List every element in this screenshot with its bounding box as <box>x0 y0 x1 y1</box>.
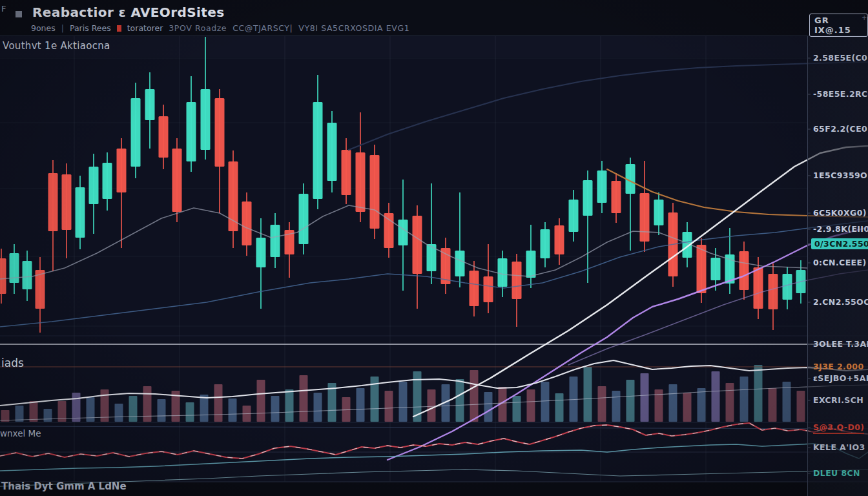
toolbar-item-exchange[interactable]: Paris Rees <box>70 23 111 33</box>
osc-line-cyan <box>0 470 868 486</box>
candle-body <box>256 238 266 267</box>
price-axis-label-text: -2.9.8K(EII0) <box>813 224 868 234</box>
candle-body <box>526 251 536 278</box>
candle-body <box>384 213 394 248</box>
volume-bar <box>527 389 535 422</box>
candle-body <box>131 98 141 167</box>
price-axis-label: 3OLEE T.3AN▍ <box>813 339 868 349</box>
volume-bar <box>726 383 734 422</box>
candle-body <box>48 173 58 231</box>
candle-body <box>484 276 493 302</box>
volume-bar <box>285 389 294 422</box>
ma-blue <box>0 221 868 327</box>
price-axis-label: S@3.Q-D0) <box>813 422 864 434</box>
candle-body <box>215 98 225 167</box>
volume-bar <box>769 388 777 422</box>
candle-body <box>569 200 579 232</box>
candle-body <box>612 181 621 213</box>
trading-app-window: F Reabactior ε AVEOrdSites 9ones | Paris… <box>0 0 868 496</box>
volume-bar <box>158 399 166 422</box>
separator: | <box>61 23 64 33</box>
price-axis-label-text: -58E5E.2RC0 <box>813 89 868 99</box>
volume-bar <box>470 370 479 422</box>
price-axis-label-text: 65F2.2(CE0) <box>813 124 868 134</box>
candle-body <box>201 89 211 150</box>
volume-bar <box>513 396 521 422</box>
candle-body <box>711 258 721 280</box>
interval-badge-button[interactable]: GR IX@.15 <box>809 14 868 37</box>
main-pane-legend[interactable]: Vouthvt 1e Aktiaocna <box>3 40 110 52</box>
volume-bar <box>399 382 408 422</box>
price-axis-label-text: 1E5C9359O <box>813 170 867 180</box>
price-axis[interactable]: 2.58E5E(C0)-58E5E.2RC065F2.2(CE0)1E5C935… <box>807 36 868 496</box>
chart-canvas[interactable] <box>0 0 868 496</box>
volume-bar <box>200 395 209 422</box>
price-axis-label-text: εSEJBO+5AR <box>813 373 868 383</box>
price-axis-label: 0:CN.CEEE) <box>813 258 867 267</box>
symbol-square-icon <box>16 11 22 17</box>
volume-bar <box>428 389 436 422</box>
candle-body <box>640 193 650 242</box>
candle-body <box>697 245 707 293</box>
volume-bar <box>683 393 692 422</box>
candle-body <box>769 274 778 309</box>
ma-dark-navy <box>349 62 868 150</box>
price-axis-label-text: KELE A'IO3 <box>813 442 865 452</box>
volume-bar <box>314 393 322 422</box>
volume-bar <box>257 380 265 422</box>
price-axis-label: -58E5E.2RC0 <box>813 89 868 99</box>
candle-body <box>597 170 607 203</box>
candle-body <box>583 180 593 216</box>
candle-body <box>242 202 252 245</box>
volume-bar <box>186 402 194 422</box>
volume-bar <box>584 367 592 422</box>
volume-pane-legend[interactable]: iads <box>1 356 24 369</box>
candle-body <box>783 274 792 300</box>
volume-bar <box>456 379 464 422</box>
volume-bar <box>129 396 138 422</box>
price-axis-label: 1E5C9359O <box>813 170 867 180</box>
volume-bar <box>214 384 223 422</box>
volume-bar <box>271 396 280 422</box>
window-corner-glyph: F <box>1 4 6 14</box>
volume-bar <box>484 392 493 422</box>
candle-body <box>172 149 182 212</box>
toolbar-item-indicator[interactable]: toratorer <box>127 23 163 33</box>
badge-suffix-marks: +' <box>862 14 868 21</box>
current-price-badge: 0/3CN2.5500 <box>811 238 868 249</box>
candle-body <box>512 262 522 299</box>
osc-line-teal <box>0 444 868 471</box>
symbol-title[interactable]: Reabactior ε AVEOrdSites <box>32 5 225 20</box>
toolbar-item-ohlc-1: 3POV Roadze <box>169 23 227 33</box>
price-axis-label: 6C5K0XG0) <box>813 208 867 218</box>
candle-body <box>498 258 508 287</box>
candle-body <box>654 200 664 225</box>
volume-bar <box>16 406 24 422</box>
candle-body <box>145 89 155 120</box>
toolbar-item-ohlc-3: VY8I SA5CRXOSDIA EVG1 <box>298 23 409 33</box>
record-indicator-icon <box>117 25 121 32</box>
volume-bar <box>30 401 38 422</box>
candle-body <box>103 163 112 199</box>
volume-bar <box>669 384 677 422</box>
candle-body <box>455 251 465 276</box>
oscillator-pane-legend[interactable]: wnxel Me <box>0 428 41 439</box>
price-axis-label-text: EXCRI.SCH <box>813 395 863 405</box>
price-axis-label-text: 2.CN2.55OC0 <box>813 297 868 307</box>
price-axis-label: 3J3E 2.000 <box>813 362 863 371</box>
candle-body <box>541 229 550 258</box>
volume-bar <box>740 377 749 422</box>
toolbar: F Reabactior ε AVEOrdSites 9ones | Paris… <box>0 0 868 36</box>
volume-bar <box>641 373 649 422</box>
price-axis-label-text: 6C5K0XG0) <box>813 208 867 218</box>
toolbar-item-timeframe[interactable]: 9ones <box>31 23 56 33</box>
price-axis-label: EXCRI.SCH <box>813 395 863 405</box>
price-axis-label: 2.CN2.55OC0 <box>813 297 868 307</box>
volume-bar <box>72 393 81 422</box>
volume-bar <box>626 380 635 422</box>
candle-body <box>370 155 380 229</box>
price-axis-label-text: 3J3E 2.000 <box>813 362 863 371</box>
price-axis-label: εSEJBO+5AR▲ <box>813 373 868 383</box>
candle-body <box>89 167 99 204</box>
candle-body <box>76 187 85 238</box>
